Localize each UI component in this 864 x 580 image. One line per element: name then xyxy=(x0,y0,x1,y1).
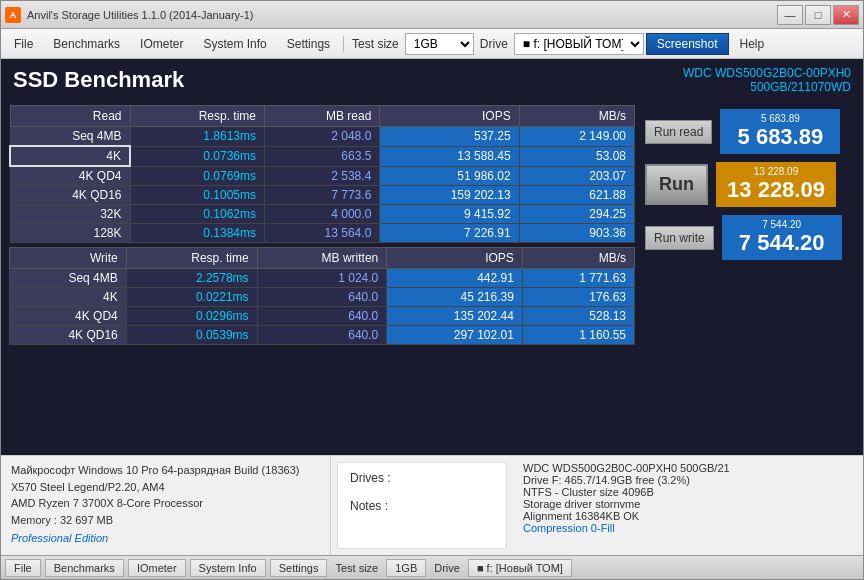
taskbar-iometer[interactable]: IOmeter xyxy=(128,559,186,577)
read-row-iops: 51 986.02 xyxy=(380,166,519,186)
read-table-row: Seq 4MB 1.8613ms 2 048.0 537.25 2 149.00 xyxy=(10,127,635,147)
menu-separator-1 xyxy=(343,36,344,52)
table-section: Read Resp. time MB read IOPS MB/s Seq 4M… xyxy=(9,105,635,451)
write-resp-col-header: Resp. time xyxy=(126,248,257,269)
taskbar-benchmarks[interactable]: Benchmarks xyxy=(45,559,124,577)
read-row-mb: 2 538.4 xyxy=(265,166,380,186)
menu-iometer[interactable]: IOmeter xyxy=(131,33,192,55)
footer-sys-info: Майкрософт Windows 10 Pro 64-разрядная B… xyxy=(1,456,331,555)
footer: Майкрософт Windows 10 Pro 64-разрядная B… xyxy=(1,455,863,555)
read-row-iops: 537.25 xyxy=(380,127,519,147)
read-row-resp: 1.8613ms xyxy=(130,127,265,147)
read-row-label: 4K QD4 xyxy=(10,166,130,186)
footer-right-line: NTFS - Cluster size 4096B xyxy=(523,486,853,498)
read-row-mb: 2 048.0 xyxy=(265,127,380,147)
write-row-mb: 640.0 xyxy=(257,288,387,307)
mb-read-col-header: MB read xyxy=(265,106,380,127)
sys-info-line: Memory : 32 697 MB xyxy=(11,512,320,529)
footer-drive-details: WDC WDS500G2B0C-00PXH0 500GB/21Drive F: … xyxy=(513,456,863,555)
read-table-row: 4K QD4 0.0769ms 2 538.4 51 986.02 203.07 xyxy=(10,166,635,186)
run-read-button[interactable]: Run read xyxy=(645,120,712,144)
read-col-header: Read xyxy=(10,106,130,127)
maximize-button[interactable]: □ xyxy=(805,5,831,25)
read-row-iops: 13 588.45 xyxy=(380,146,519,166)
read-table-row: 32K 0.1062ms 4 000.0 9 415.92 294.25 xyxy=(10,205,635,224)
write-score-display: 7 544.20 7 544.20 xyxy=(722,215,842,260)
write-row-resp: 0.0539ms xyxy=(126,326,257,345)
total-score-large: 13 228.09 xyxy=(726,177,826,203)
title-controls: — □ ✕ xyxy=(777,5,859,25)
menu-file[interactable]: File xyxy=(5,33,42,55)
test-size-select[interactable]: 1GB 256MB 4GB xyxy=(405,33,474,55)
read-row-mbs: 903.36 xyxy=(519,224,634,243)
notes-label: Notes : xyxy=(350,499,494,513)
footer-right-line: Alignment 16384KB OK xyxy=(523,510,853,522)
write-row-iops: 297 102.01 xyxy=(387,326,523,345)
taskbar-file[interactable]: File xyxy=(5,559,41,577)
menu-help[interactable]: Help xyxy=(731,33,774,55)
write-table-row: 4K 0.0221ms 640.0 45 216.39 176.63 xyxy=(10,288,635,307)
sys-info-line: AMD Ryzen 7 3700X 8-Core Processor xyxy=(11,495,320,512)
write-row-label: 4K QD4 xyxy=(10,307,127,326)
mbs-col-header: MB/s xyxy=(519,106,634,127)
taskbar: File Benchmarks IOmeter System Info Sett… xyxy=(1,555,863,579)
pro-edition-label: Professional Edition xyxy=(11,532,320,544)
write-row-iops: 135 202.44 xyxy=(387,307,523,326)
menu-settings[interactable]: Settings xyxy=(278,33,339,55)
total-score-small: 13 228.09 xyxy=(726,166,826,177)
write-row-resp: 0.0221ms xyxy=(126,288,257,307)
drive-select[interactable]: ■ f: [НОВЫЙ ТОМ] xyxy=(514,33,644,55)
write-table-row: Seq 4MB 2.2578ms 1 024.0 442.91 1 771.63 xyxy=(10,269,635,288)
read-row-iops: 9 415.92 xyxy=(380,205,519,224)
menu-system-info[interactable]: System Info xyxy=(194,33,275,55)
test-size-label: Test size xyxy=(348,37,403,51)
main-content: Read Resp. time MB read IOPS MB/s Seq 4M… xyxy=(1,101,863,455)
menu-bar: File Benchmarks IOmeter System Info Sett… xyxy=(1,29,863,59)
read-row-resp: 0.0736ms xyxy=(130,146,265,166)
write-iops-col-header: IOPS xyxy=(387,248,523,269)
ssd-benchmark-title: SSD Benchmark xyxy=(13,67,184,93)
app-icon: A xyxy=(5,7,21,23)
read-row-resp: 0.1384ms xyxy=(130,224,265,243)
minimize-button[interactable]: — xyxy=(777,5,803,25)
read-table-row: 4K 0.0736ms 663.5 13 588.45 53.08 xyxy=(10,146,635,166)
read-row-label: 128K xyxy=(10,224,130,243)
write-row-mb: 640.0 xyxy=(257,307,387,326)
write-table-row: 4K QD16 0.0539ms 640.0 297 102.01 1 160.… xyxy=(10,326,635,345)
read-row-label: 32K xyxy=(10,205,130,224)
read-row-label: 4K xyxy=(10,146,130,166)
drives-label: Drives : xyxy=(350,471,494,485)
taskbar-sysinfo[interactable]: System Info xyxy=(190,559,266,577)
write-col-header: Write xyxy=(10,248,127,269)
menu-benchmarks[interactable]: Benchmarks xyxy=(44,33,129,55)
drive-label: Drive xyxy=(476,37,512,51)
taskbar-test-size-label: Test size xyxy=(331,562,382,574)
screenshot-button[interactable]: Screenshot xyxy=(646,33,729,55)
write-row-label: Seq 4MB xyxy=(10,269,127,288)
run-all-block: Run 13 228.09 13 228.09 xyxy=(645,162,836,207)
read-score-block: Run read 5 683.89 5 683.89 xyxy=(645,109,840,154)
read-row-mb: 663.5 xyxy=(265,146,380,166)
write-mb-col-header: MB written xyxy=(257,248,387,269)
iops-col-header: IOPS xyxy=(380,106,519,127)
sys-info-line: Майкрософт Windows 10 Pro 64-разрядная B… xyxy=(11,462,320,479)
title-bar: A Anvil's Storage Utilities 1.1.0 (2014-… xyxy=(1,1,863,29)
taskbar-settings[interactable]: Settings xyxy=(270,559,328,577)
close-button[interactable]: ✕ xyxy=(833,5,859,25)
drive-info-line2: 500GB/211070WD xyxy=(683,80,851,94)
taskbar-drive[interactable]: ■ f: [Новый ТОМ] xyxy=(468,559,572,577)
read-row-mbs: 621.88 xyxy=(519,186,634,205)
write-row-mb: 640.0 xyxy=(257,326,387,345)
footer-right-line: Drive F: 465.7/14.9GB free (3.2%) xyxy=(523,474,853,486)
drive-info: WDC WDS500G2B0C-00PXH0 500GB/211070WD xyxy=(683,66,851,94)
sys-info-line: X570 Steel Legend/P2.20, AM4 xyxy=(11,479,320,496)
taskbar-test-size[interactable]: 1GB xyxy=(386,559,426,577)
footer-right-line: Storage driver stornvme xyxy=(523,498,853,510)
drive-info-line1: WDC WDS500G2B0C-00PXH0 xyxy=(683,66,851,80)
footer-right-line: WDC WDS500G2B0C-00PXH0 500GB/21 xyxy=(523,462,853,474)
run-write-button[interactable]: Run write xyxy=(645,226,714,250)
write-row-resp: 2.2578ms xyxy=(126,269,257,288)
window-title: Anvil's Storage Utilities 1.1.0 (2014-Ja… xyxy=(27,9,253,21)
write-row-iops: 442.91 xyxy=(387,269,523,288)
run-all-button[interactable]: Run xyxy=(645,164,708,205)
